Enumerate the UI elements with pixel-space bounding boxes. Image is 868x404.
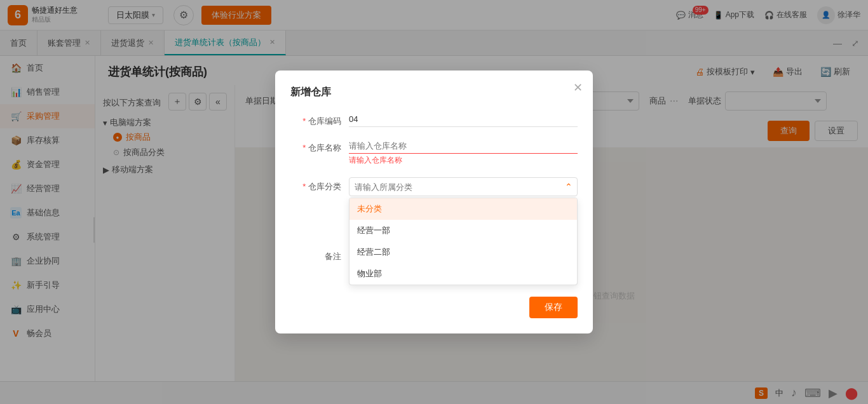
required-mark-3: * [302, 182, 306, 191]
warehouse-category-label: * 仓库分类 [290, 177, 341, 192]
required-mark: * [302, 116, 306, 126]
save-button[interactable]: 保存 [529, 297, 578, 318]
warehouse-name-label: * 仓库名称 [290, 138, 341, 154]
warehouse-category-input[interactable] [349, 177, 578, 196]
modal-title: 新增仓库 [290, 86, 578, 99]
warehouse-name-row: * 仓库名称 [290, 138, 578, 154]
dropdown-item-dept3[interactable]: 物业部 [349, 263, 577, 285]
modal-overlay: 新增仓库 ✕ * 仓库编码 * 仓库名称 请输入仓库名称 [0, 0, 868, 404]
category-dropdown: 未分类 经营一部 经营二部 物业部 [349, 198, 578, 285]
required-mark-2: * [302, 143, 306, 152]
warehouse-code-input[interactable] [349, 112, 578, 127]
dropdown-item-unclassified[interactable]: 未分类 [349, 198, 577, 220]
warehouse-category-field: * 仓库分类 ⌃ 未分类 经营一部 经营二部 物业部 [290, 177, 578, 196]
warehouse-code-label: * 仓库编码 [290, 112, 341, 127]
warehouse-name-input[interactable] [349, 138, 578, 154]
warehouse-name-field: * 仓库名称 请输入仓库名称 [290, 138, 578, 166]
modal-footer: 保存 [290, 297, 578, 318]
dropdown-item-dept1[interactable]: 经营一部 [349, 220, 577, 241]
warehouse-name-error: 请输入仓库名称 [349, 155, 578, 166]
category-dropdown-arrow[interactable]: ⌃ [565, 182, 573, 192]
warehouse-category-wrap: ⌃ 未分类 经营一部 经营二部 物业部 [349, 177, 578, 196]
warehouse-code-row: * 仓库编码 [290, 112, 578, 127]
new-warehouse-modal: 新增仓库 ✕ * 仓库编码 * 仓库名称 请输入仓库名称 [275, 71, 593, 333]
remark-label: 备注 [290, 247, 341, 262]
warehouse-category-row: * 仓库分类 ⌃ 未分类 经营一部 经营二部 物业部 [290, 177, 578, 196]
modal-close-button[interactable]: ✕ [573, 81, 583, 95]
dropdown-item-dept2[interactable]: 经营二部 [349, 241, 577, 263]
warehouse-code-field: * 仓库编码 [290, 112, 578, 127]
